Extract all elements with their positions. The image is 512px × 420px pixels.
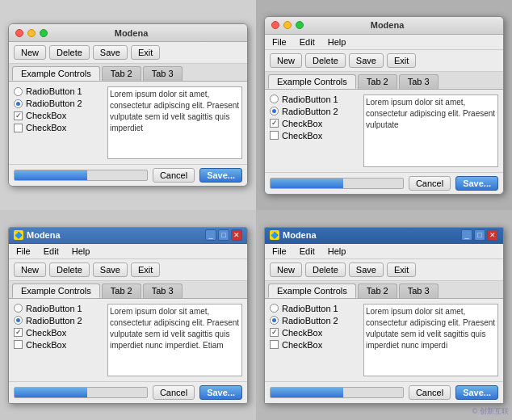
exit-btn-1[interactable]: Exit — [131, 45, 160, 60]
tab-3-0[interactable]: Example Controls — [12, 284, 100, 298]
tab-1-1[interactable]: Tab 2 — [102, 66, 141, 81]
menu-file-3[interactable]: File — [14, 246, 33, 257]
win-min-4[interactable]: _ — [461, 229, 472, 241]
cancel-button-4[interactable]: Cancel — [409, 385, 451, 400]
titlebar-2: Modena — [265, 17, 503, 35]
min-btn-1[interactable] — [27, 29, 36, 37]
win-max-4[interactable]: □ — [474, 229, 485, 241]
check-4-1[interactable]: CheckBox — [270, 340, 359, 350]
checkbox-sq-4-0[interactable] — [270, 328, 279, 337]
delete-btn-3[interactable]: Delete — [49, 262, 90, 277]
menu-help-3[interactable]: Help — [69, 246, 93, 257]
exit-btn-4[interactable]: Exit — [387, 262, 416, 277]
menu-file-2[interactable]: File — [270, 36, 289, 48]
textarea-1[interactable]: Lorem ipsum dolor sit amet, consectetur … — [107, 86, 242, 159]
checkbox-sq-2-1[interactable] — [270, 131, 279, 140]
window-title-2: Modena — [308, 20, 467, 30]
save-button-2[interactable]: Save... — [455, 176, 498, 191]
menu-file-4[interactable]: File — [270, 246, 289, 257]
radio-circle-1-1[interactable] — [14, 99, 23, 108]
save-btn-4[interactable]: Save — [349, 262, 384, 277]
menu-edit-2[interactable]: Edit — [297, 36, 317, 48]
menubar-4: File Edit Help — [265, 244, 503, 259]
win-close-4[interactable]: ✕ — [487, 229, 498, 241]
win-min-3[interactable]: _ — [205, 229, 216, 241]
radio-circle-2-1[interactable] — [270, 107, 279, 116]
textarea-2[interactable]: Lorem ipsum dolor sit amet, consectetur … — [363, 94, 498, 167]
radio-circle-2-0[interactable] — [270, 94, 279, 103]
radio-3-0[interactable]: RadioButton 1 — [14, 304, 103, 313]
tab-1-0[interactable]: Example Controls — [12, 66, 100, 81]
cancel-button-2[interactable]: Cancel — [409, 176, 451, 191]
close-btn-2[interactable] — [271, 21, 279, 29]
bottombar-1: Cancel Save... — [9, 164, 247, 186]
radio-2-1[interactable]: RadioButton 2 — [270, 107, 359, 116]
radio-circle-4-0[interactable] — [270, 304, 279, 313]
checkbox-sq-4-1[interactable] — [270, 340, 279, 349]
check-4-0[interactable]: CheckBox — [270, 328, 359, 338]
checkbox-sq-1-0[interactable] — [14, 111, 23, 120]
check-1-0[interactable]: CheckBox — [14, 111, 103, 120]
toolbar-1: New Delete Save Exit — [9, 42, 247, 64]
radio-4-1[interactable]: RadioButton 2 — [270, 316, 359, 326]
tab-1-2[interactable]: Tab 3 — [143, 66, 183, 81]
radio-circle-3-1[interactable] — [14, 316, 23, 325]
new-btn-3[interactable]: New — [14, 262, 46, 277]
check-3-1[interactable]: CheckBox — [14, 340, 103, 350]
min-btn-2[interactable] — [283, 21, 292, 29]
textarea-4[interactable]: Lorem ipsum dolor sit amet, consectetur … — [363, 304, 498, 376]
tab-2-1[interactable]: Tab 2 — [358, 74, 397, 89]
menu-edit-4[interactable]: Edit — [297, 246, 317, 257]
check-2-1[interactable]: CheckBox — [270, 131, 359, 141]
radio-1-1[interactable]: RadioButton 2 — [14, 99, 103, 108]
tab-2-0[interactable]: Example Controls — [268, 74, 356, 89]
delete-btn-1[interactable]: Delete — [49, 45, 90, 60]
new-btn-1[interactable]: New — [14, 45, 46, 60]
textarea-3[interactable]: Lorem ipsum dolor sit amet, consectetur … — [107, 304, 242, 376]
menu-edit-3[interactable]: Edit — [41, 246, 61, 257]
radio-1-0[interactable]: RadioButton 1 — [14, 86, 103, 96]
exit-btn-3[interactable]: Exit — [131, 262, 160, 277]
delete-btn-4[interactable]: Delete — [305, 262, 346, 277]
tab-4-2[interactable]: Tab 3 — [399, 284, 439, 298]
save-btn-3[interactable]: Save — [93, 262, 128, 277]
checkbox-sq-2-0[interactable] — [270, 119, 279, 128]
checkbox-sq-3-1[interactable] — [14, 340, 23, 349]
close-btn-1[interactable] — [15, 29, 23, 37]
save-button-4[interactable]: Save... — [455, 385, 498, 400]
radio-circle-4-1[interactable] — [270, 316, 279, 325]
check-2-0[interactable]: CheckBox — [270, 119, 359, 128]
win-max-3[interactable]: □ — [218, 229, 229, 241]
radio-4-0[interactable]: RadioButton 1 — [270, 304, 359, 313]
save-btn-1[interactable]: Save — [93, 45, 128, 60]
delete-btn-2[interactable]: Delete — [305, 53, 346, 68]
cancel-button-1[interactable]: Cancel — [153, 168, 195, 183]
check-3-0[interactable]: CheckBox — [14, 328, 103, 338]
tab-3-2[interactable]: Tab 3 — [143, 284, 183, 298]
save-button-1[interactable]: Save... — [199, 168, 242, 183]
save-button-3[interactable]: Save... — [199, 385, 242, 400]
checkbox-sq-3-0[interactable] — [14, 328, 23, 337]
checkbox-sq-1-1[interactable] — [14, 124, 23, 132]
radio-label-4-1: RadioButton 2 — [282, 316, 338, 326]
radio-circle-3-0[interactable] — [14, 304, 23, 313]
max-btn-2[interactable] — [296, 21, 304, 29]
win-close-3[interactable]: ✕ — [231, 229, 242, 241]
radio-3-1[interactable]: RadioButton 2 — [14, 316, 103, 326]
exit-btn-2[interactable]: Exit — [387, 53, 416, 68]
tab-2-2[interactable]: Tab 3 — [399, 74, 439, 89]
tab-3-1[interactable]: Tab 2 — [102, 284, 141, 298]
radio-circle-1-0[interactable] — [14, 87, 23, 96]
check-1-1[interactable]: CheckBox — [14, 123, 103, 132]
cancel-button-3[interactable]: Cancel — [153, 385, 195, 400]
new-btn-4[interactable]: New — [270, 262, 302, 277]
save-btn-2[interactable]: Save — [349, 53, 384, 68]
tab-4-0[interactable]: Example Controls — [268, 284, 356, 298]
controls-2: RadioButton 1 RadioButton 2 CheckBox Che… — [270, 94, 359, 167]
menu-help-4[interactable]: Help — [325, 246, 349, 257]
new-btn-2[interactable]: New — [270, 53, 302, 68]
menu-help-2[interactable]: Help — [325, 36, 349, 48]
max-btn-1[interactable] — [40, 29, 48, 37]
radio-2-0[interactable]: RadioButton 1 — [270, 94, 359, 104]
tab-4-1[interactable]: Tab 2 — [358, 284, 397, 298]
